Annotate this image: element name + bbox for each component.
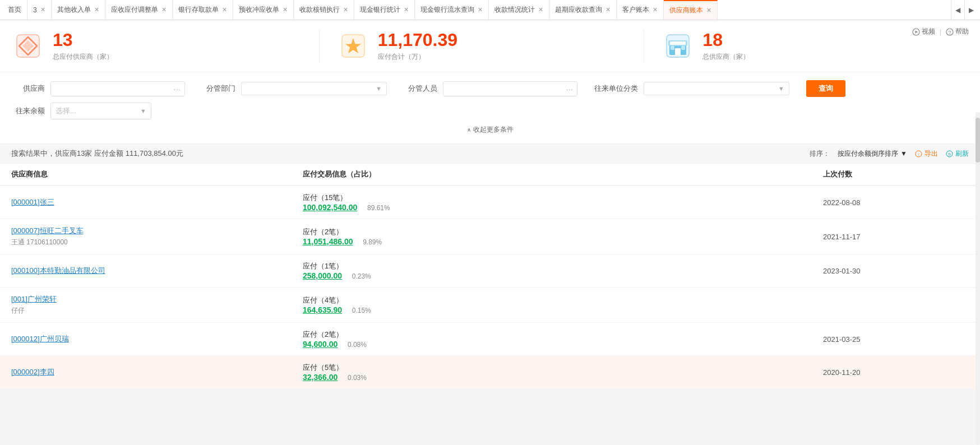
supplier-cell-4: [000012]广州贝瑞 <box>11 334 303 344</box>
refresh-button[interactable]: ↻ 刷新 <box>946 149 969 159</box>
tx-amount-2[interactable]: 258,000.00 <box>303 271 342 280</box>
nav-tab-tab3[interactable]: 3✕ <box>27 0 52 20</box>
supplier-link-1[interactable]: [000007]恒旺二手叉车 <box>11 226 303 236</box>
supplier-link-2[interactable]: [000100]本特勤油品有限公司 <box>11 266 303 276</box>
supplier-link-5[interactable]: [000002]李四 <box>11 367 303 377</box>
supplier-link-0[interactable]: [000001]张三 <box>11 197 303 207</box>
nav-tab-label: 预收冲应收单 <box>239 5 279 15</box>
card-info-3: 18 总供应商（家） <box>702 30 750 62</box>
top-right-links: 视频 | ? 帮助 <box>912 27 969 36</box>
tx-amount-row-4: 94,600.00 0.08% <box>303 340 823 349</box>
nav-left-arrow[interactable]: ◀ <box>951 0 964 20</box>
result-bar: 搜索结果中，供应商13家 应付金额 111,703,854.00元 排序： 按应… <box>0 144 980 164</box>
tx-percent-2: 0.23% <box>352 272 371 280</box>
card1-number: 13 <box>53 30 113 50</box>
tx-label-3: 应付（4笔） <box>303 295 823 305</box>
sort-chevron-icon: ▼ <box>900 150 907 157</box>
nav-tab-cash-bank-flow[interactable]: 现金银行流水查询✕ <box>415 0 489 20</box>
nav-tab-prepay-ar[interactable]: 预收冲应收单✕ <box>233 0 294 20</box>
table-area: 供应商信息 应付交易信息（占比） 上次付数 [000001]张三 应付（15笔）… <box>0 164 980 389</box>
close-tab-icon[interactable]: ✕ <box>706 7 711 14</box>
last-pay-date-2: 2023-01-30 <box>823 267 969 275</box>
search-button[interactable]: 查询 <box>806 80 845 97</box>
filter-row-2: 往来余额 选择... ▼ <box>11 103 969 119</box>
tx-percent-0: 89.61% <box>367 204 390 212</box>
filter-row-1: 供应商 ··· 分管部门 ▼ 分管人员 ··· 往来单位分类 ▼ 查询 <box>11 80 969 97</box>
scrollbar-track[interactable] <box>976 112 980 445</box>
close-tab-icon[interactable]: ✕ <box>404 6 409 13</box>
video-link[interactable]: 视频 <box>912 27 935 36</box>
supplier-link-4[interactable]: [000012]广州贝瑞 <box>11 334 303 344</box>
sort-label: 排序： <box>810 149 830 159</box>
col-header-tx: 应付交易信息（占比） <box>303 169 823 179</box>
card3-number: 18 <box>702 30 750 50</box>
nav-tab-bank-deposit[interactable]: 银行存取款单✕ <box>173 0 233 20</box>
scrollbar-thumb[interactable] <box>976 118 980 163</box>
nav-tab-other-income[interactable]: 其他收入单✕ <box>52 0 105 20</box>
balance-chevron-icon: ▼ <box>140 108 146 114</box>
tx-percent-3: 0.15% <box>352 307 371 314</box>
tx-amount-1[interactable]: 11,051,486.00 <box>303 237 353 246</box>
last-pay-date-1: 2021-11-17 <box>823 233 969 241</box>
dept-filter-label: 分管部门 <box>202 84 235 94</box>
nav-tab-home[interactable]: 首页 <box>2 0 27 20</box>
dept-select[interactable]: ▼ <box>241 82 387 95</box>
tx-amount-3[interactable]: 164,635.90 <box>303 305 342 314</box>
supplier-link-3[interactable]: [001]广州荣轩 <box>11 294 303 304</box>
tx-cell-0: 应付（15笔） 100,092,540.00 89.61% <box>303 193 823 212</box>
top-navigation: 首页3✕其他收入单✕应收应付调整单✕银行存取款单✕预收冲应收单✕收款核销执行✕现… <box>0 0 980 20</box>
close-tab-icon[interactable]: ✕ <box>343 6 348 13</box>
person-input[interactable] <box>443 81 577 96</box>
supplier-cell-0: [000001]张三 <box>11 197 303 207</box>
supplier-filter-label: 供应商 <box>11 84 45 94</box>
tx-amount-5[interactable]: 32,366.00 <box>303 373 338 382</box>
table-row: [000100]本特勤油品有限公司 应付（1笔） 258,000.00 0.23… <box>0 254 980 288</box>
nav-right-arrow[interactable]: ▶ <box>964 0 978 20</box>
tx-amount-4[interactable]: 94,600.00 <box>303 340 338 349</box>
tx-cell-2: 应付（1笔） 258,000.00 0.23% <box>303 261 823 280</box>
tx-cell-1: 应付（2笔） 11,051,486.00 9.89% <box>303 227 823 246</box>
nav-tab-receipt-verify[interactable]: 收款核销执行✕ <box>294 0 354 20</box>
balance-select[interactable]: 选择... ▼ <box>50 103 151 119</box>
nav-arrows: ◀ ▶ <box>951 0 978 20</box>
tx-cell-3: 应付（4笔） 164,635.90 0.15% <box>303 295 823 314</box>
svg-rect-8 <box>671 46 674 50</box>
summary-card-1: 13 总应付供应商（家） <box>11 29 319 63</box>
close-tab-icon[interactable]: ✕ <box>478 6 483 13</box>
tx-amount-0[interactable]: 100,092,540.00 <box>303 203 357 212</box>
close-tab-icon[interactable]: ✕ <box>283 6 288 13</box>
nav-tab-cash-bank-stat[interactable]: 现金银行统计✕ <box>354 0 415 20</box>
collapse-button[interactable]: ∧ 收起更多条件 <box>467 125 514 135</box>
result-actions: 排序： 按应付余额倒序排序 ▼ ↑ 导出 ↻ 刷新 <box>810 149 969 159</box>
sort-select[interactable]: 按应付余额倒序排序 ▼ <box>838 149 907 159</box>
export-button[interactable]: ↑ 导出 <box>915 149 938 159</box>
filter-area: 供应商 ··· 分管部门 ▼ 分管人员 ··· 往来单位分类 ▼ 查询 往来余额 <box>0 72 980 144</box>
close-tab-icon[interactable]: ✕ <box>222 6 227 13</box>
close-tab-icon[interactable]: ✕ <box>40 6 45 13</box>
nav-tab-customer-ledger[interactable]: 客户账本✕ <box>617 0 664 20</box>
tx-percent-5: 0.03% <box>348 374 367 382</box>
table-row: [000007]恒旺二手叉车 王通 17106110000 应付（2笔） 11,… <box>0 219 980 254</box>
nav-tab-overdue-ar[interactable]: 超期应收款查询✕ <box>549 0 617 20</box>
card1-label: 总应付供应商（家） <box>53 52 113 62</box>
tx-amount-row-0: 100,092,540.00 89.61% <box>303 203 823 212</box>
close-tab-icon[interactable]: ✕ <box>538 6 543 13</box>
close-tab-icon[interactable]: ✕ <box>161 6 167 13</box>
supplier-sub-1: 王通 17106110000 <box>11 238 303 247</box>
close-tab-icon[interactable]: ✕ <box>94 6 99 13</box>
help-icon: ? <box>946 28 954 36</box>
category-select[interactable]: ▼ <box>644 82 789 95</box>
nav-tab-label: 供应商账本 <box>669 6 703 15</box>
tx-cell-5: 应付（5笔） 32,366.00 0.03% <box>303 363 823 382</box>
close-tab-icon[interactable]: ✕ <box>605 6 611 13</box>
nav-tab-supplier-ledger[interactable]: 供应商账本✕ <box>664 0 718 20</box>
nav-tab-receipt-stat[interactable]: 收款情况统计✕ <box>489 0 549 20</box>
table-row: [000001]张三 应付（15笔） 100,092,540.00 89.61%… <box>0 186 980 219</box>
nav-tab-ar-ap-adjust[interactable]: 应收应付调整单✕ <box>105 0 173 20</box>
nav-tab-label: 银行存取款单 <box>178 5 219 15</box>
close-tab-icon[interactable]: ✕ <box>653 6 658 13</box>
supplier-input[interactable] <box>50 81 185 96</box>
help-link[interactable]: ? 帮助 <box>946 27 969 36</box>
svg-marker-13 <box>915 30 918 33</box>
tx-label-5: 应付（5笔） <box>303 363 823 373</box>
